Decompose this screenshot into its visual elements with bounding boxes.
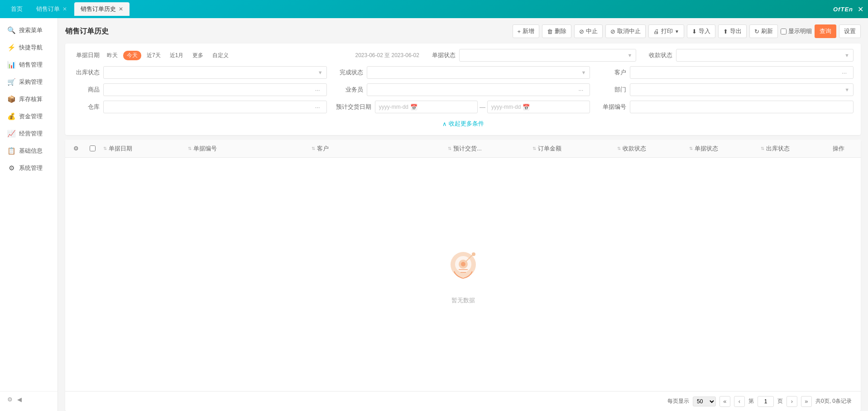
- dept-select[interactable]: ▼: [630, 83, 854, 96]
- settings-button[interactable]: 设置: [839, 24, 861, 38]
- show-detail-checkbox[interactable]: 显示明细: [781, 27, 812, 35]
- salesman-input[interactable]: ···: [367, 83, 590, 96]
- out-status-select[interactable]: ▼: [103, 66, 327, 79]
- page-number-input[interactable]: [758, 396, 774, 407]
- product-ellipsis-icon[interactable]: ···: [312, 87, 323, 93]
- order-num-input[interactable]: [630, 101, 854, 113]
- inventory-icon: 📦: [7, 95, 15, 103]
- date-1month[interactable]: 近1月: [166, 51, 187, 60]
- refresh-button[interactable]: ↻ 刷新: [749, 24, 778, 38]
- payment-select[interactable]: ▼: [676, 49, 854, 62]
- prev-page-button[interactable]: ‹: [734, 396, 745, 407]
- delete-button[interactable]: 🗑 删除: [542, 24, 571, 38]
- sidebar-item-quick-nav[interactable]: ⚡ 快捷导航: [0, 39, 58, 56]
- calendar-start-icon[interactable]: 📅: [410, 104, 417, 111]
- calendar-end-icon[interactable]: 📅: [523, 104, 530, 111]
- date-more[interactable]: 更多: [189, 51, 207, 60]
- sidebar-item-basic-info[interactable]: 📋 基础信息: [0, 142, 58, 160]
- date-today[interactable]: 今天: [123, 51, 141, 60]
- th-pay-status[interactable]: ⇅ 收款状态: [614, 145, 686, 153]
- th-order-sort-icon: ⇅: [689, 146, 693, 151]
- next-page-button[interactable]: ›: [786, 396, 797, 407]
- status-arrow-icon: ▼: [628, 53, 633, 58]
- first-page-button[interactable]: «: [719, 396, 730, 407]
- customer-input[interactable]: ···: [630, 66, 854, 79]
- complete-label: 完成状态: [336, 68, 363, 77]
- customer-ellipsis-icon[interactable]: ···: [839, 69, 849, 76]
- th-check[interactable]: [86, 145, 100, 151]
- filter-delivery: 预计交货日期 yyyy-mm-dd 📅 — yyyy-mm-dd 📅: [336, 101, 590, 113]
- last-page-button[interactable]: »: [801, 396, 812, 407]
- th-customer-sort-icon: ⇅: [312, 146, 315, 151]
- query-button[interactable]: 查询: [815, 24, 836, 38]
- status-select[interactable]: ▼: [459, 49, 637, 62]
- product-input[interactable]: ···: [103, 83, 327, 96]
- prev-page-icon: ‹: [739, 398, 740, 405]
- new-button[interactable]: + 新增: [513, 24, 540, 38]
- table-header: ⚙ ⇅ 单据日期 ⇅ 单据编号 ⇅ 客户 ⇅: [65, 140, 861, 158]
- date-custom[interactable]: 自定义: [209, 51, 232, 60]
- warehouse-input[interactable]: ···: [103, 101, 327, 113]
- sidebar-item-operations[interactable]: 📈 经营管理: [0, 125, 58, 142]
- cancel-stop-button[interactable]: ⊘ 取消中止: [605, 24, 646, 38]
- import-icon: ⬇: [692, 28, 697, 35]
- payment-arrow-icon: ▼: [844, 53, 849, 58]
- dept-label: 部门: [599, 86, 626, 94]
- payment-label: 收款状态: [645, 51, 672, 59]
- th-out-status-label: 出库状态: [766, 145, 790, 153]
- sidebar-item-sales-label: 销售管理: [19, 61, 43, 69]
- th-num[interactable]: ⇅ 单据编号: [184, 145, 308, 153]
- export-button[interactable]: ⬆ 导出: [718, 24, 747, 38]
- tab-sales-order[interactable]: 销售订单 ✕: [30, 2, 73, 16]
- warehouse-ellipsis-icon[interactable]: ···: [312, 104, 323, 111]
- sidebar-bottom: ⚙ ◀: [0, 391, 58, 407]
- th-amount[interactable]: ⇅ 订单金额: [529, 145, 614, 153]
- window-close-icon[interactable]: ✕: [858, 5, 863, 14]
- th-customer[interactable]: ⇅ 客户: [308, 145, 444, 153]
- tab-sales-order-close[interactable]: ✕: [62, 6, 67, 12]
- th-date[interactable]: ⇅ 单据日期: [100, 145, 184, 153]
- import-button[interactable]: ⬇ 导入: [687, 24, 715, 38]
- stop-button[interactable]: ⊘ 中止: [574, 24, 603, 38]
- salesman-ellipsis-icon[interactable]: ···: [576, 87, 586, 93]
- sidebar-item-system-label: 系统管理: [19, 164, 43, 172]
- select-all-checkbox[interactable]: [90, 145, 96, 151]
- customer-label: 客户: [599, 68, 626, 77]
- th-out-status[interactable]: ⇅ 出库状态: [757, 145, 829, 153]
- sidebar-item-system[interactable]: ⚙ 系统管理: [0, 160, 58, 177]
- page-size-select[interactable]: 50 10 20 100: [693, 396, 716, 406]
- sidebar-item-inventory[interactable]: 📦 库存核算: [0, 91, 58, 108]
- sidebar-item-purchase[interactable]: 🛒 采购管理: [0, 73, 58, 91]
- page-title: 销售订单历史: [65, 27, 109, 36]
- date-7days[interactable]: 近7天: [143, 51, 164, 60]
- tab-sales-order-history-close[interactable]: ✕: [119, 6, 123, 12]
- filter-status: 单据状态 ▼: [428, 49, 637, 62]
- filter-order-num: 单据编号: [599, 101, 854, 113]
- sidebar-item-finance-label: 资金管理: [19, 112, 43, 121]
- show-detail-input[interactable]: [781, 29, 786, 34]
- th-order-status[interactable]: ⇅ 单据状态: [686, 145, 758, 153]
- complete-select[interactable]: ▼: [367, 66, 590, 79]
- sidebar-collapse-icon[interactable]: ◀: [17, 396, 22, 403]
- th-delivery[interactable]: ⇅ 预计交货...: [444, 145, 529, 153]
- settings-col-icon: ⚙: [73, 145, 79, 152]
- filter-salesman: 业务员 ···: [336, 83, 590, 96]
- filter-row-1: 单据日期 昨天 今天 近7天 近1月 更多 自定义 2023-06-02 至 2…: [72, 49, 854, 62]
- tab-home[interactable]: 首页: [5, 2, 29, 16]
- print-arrow-icon: ▼: [675, 29, 679, 34]
- print-button[interactable]: 🖨 打印 ▼: [648, 24, 684, 38]
- collapse-button[interactable]: ∧ 收起更多条件: [441, 118, 486, 130]
- warehouse-label: 仓库: [72, 103, 100, 111]
- sidebar-item-search[interactable]: 🔍 搜索菜单: [0, 22, 58, 39]
- th-settings[interactable]: ⚙: [70, 145, 86, 152]
- top-bar: 首页 销售订单 ✕ 销售订单历史 ✕ OfTEn ✕: [0, 0, 868, 18]
- sidebar-settings-icon[interactable]: ⚙: [7, 396, 13, 403]
- sidebar-item-sales[interactable]: 📊 销售管理: [0, 56, 58, 73]
- delivery-start-input[interactable]: yyyy-mm-dd 📅: [375, 101, 478, 113]
- date-shortcuts: 昨天 今天 近7天 近1月 更多 自定义: [103, 51, 350, 60]
- tab-sales-order-history[interactable]: 销售订单历史 ✕: [74, 2, 129, 16]
- delivery-end-input[interactable]: yyyy-mm-dd 📅: [487, 101, 590, 113]
- date-yesterday[interactable]: 昨天: [103, 51, 121, 60]
- cancel-stop-icon: ⊘: [610, 28, 615, 35]
- sidebar-item-finance[interactable]: 💰 资金管理: [0, 108, 58, 125]
